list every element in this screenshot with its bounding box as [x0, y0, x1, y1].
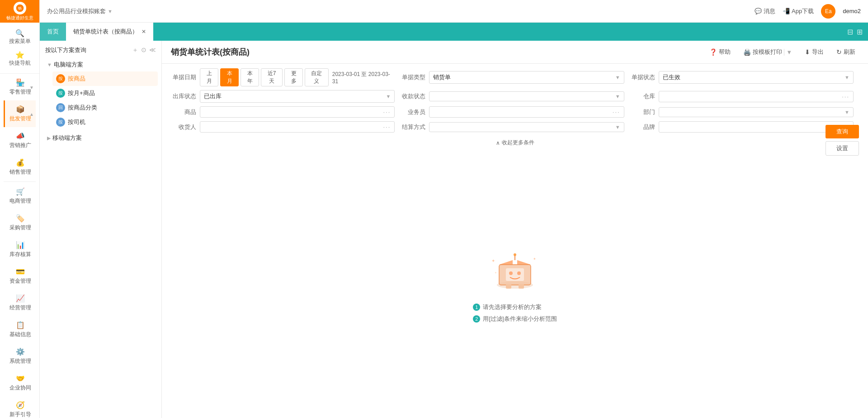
product-filter-label: 商品 [171, 108, 200, 116]
user-avatar[interactable]: Ea [821, 4, 835, 19]
tab-home[interactable]: 首页 [40, 23, 66, 41]
svg-text:✦: ✦ [491, 258, 495, 263]
outstatus-chevron-icon: ▼ [386, 94, 391, 99]
sidebar-item-cooperation[interactable]: 🤝 企业协同 [4, 370, 36, 396]
warehouse-select[interactable]: ··· [659, 91, 854, 102]
sidebar-item-guide[interactable]: 🧭 新手引导 [4, 396, 36, 418]
date-btn-last7[interactable]: 近7天 [261, 68, 283, 86]
message-icon: 💬 [755, 8, 762, 14]
tab-report[interactable]: 销货单统计表（按商品） ✕ [66, 23, 153, 41]
print-chevron-icon[interactable]: ▼ [784, 49, 792, 56]
date-btn-this-year[interactable]: 本年 [241, 68, 259, 86]
date-range-display: 2023-03-01 至 2023-03-31 [332, 71, 395, 85]
filter-cell-docstatus: 单据状态 已生效 ▼ [630, 68, 859, 86]
sidebar-item-ecommerce[interactable]: 🛒 电商管理 [4, 183, 36, 209]
doctype-chevron-icon: ▼ [615, 75, 620, 80]
scheme-by-category-label: 按商品分类 [68, 104, 97, 112]
filter-cell-product: 商品 ··· [171, 106, 400, 118]
workspace-selector[interactable]: 办公用品行业模拟账套 ▼ [47, 7, 113, 15]
department-select[interactable]: ▼ [659, 107, 854, 117]
warehouse-filter-label: 仓库 [630, 92, 659, 100]
sidebar-item-system[interactable]: ⚙️ 系统管理 [4, 343, 36, 370]
scheme-by-month-product[interactable]: 按 按月+商品 [52, 86, 158, 100]
query-actions: 查询 设置 [826, 125, 859, 156]
print-button[interactable]: 🖨️ 按模板打印 ▼ [740, 46, 796, 58]
tab-close-icon[interactable]: ✕ [142, 28, 146, 35]
payment-method-select[interactable]: ▼ [429, 122, 624, 132]
quick-nav-item[interactable]: ⭐ 快捷导航 [2, 48, 38, 70]
scheme-by-product[interactable]: 按 按商品 [52, 71, 158, 86]
svg-point-7 [517, 271, 521, 275]
app-download-button[interactable]: 📲 App下载 [783, 7, 814, 15]
sidebar-item-finance[interactable]: 💳 资金管理 [4, 263, 36, 290]
topbar: 办公用品行业模拟账套 ▼ 💬 消息 📲 App下载 Ea demo2 [40, 0, 868, 23]
help-button[interactable]: ❓ 帮助 [706, 46, 734, 58]
sidebar-item-basic[interactable]: 📋 基础信息 [4, 316, 36, 343]
date-btn-last-month[interactable]: 上月 [200, 68, 218, 86]
refresh-button[interactable]: ↻ 刷新 [833, 46, 859, 58]
sidebar-item-operation[interactable]: 📈 经营管理 [4, 290, 36, 316]
date-btn-more[interactable]: 更多 [284, 68, 303, 86]
sidebar-item-wholesale[interactable]: 📦 批发管理 ▲ [4, 100, 36, 127]
workspace-name: 办公用品行业模拟账套 [47, 7, 106, 15]
filter-row-1: 单据日期 上月 本月 本年 近7天 更多 自定义 20 [171, 68, 859, 86]
sidebar-item-inventory[interactable]: 📊 库存核算 [4, 236, 36, 263]
left-panel-title: 按以下方案查询 [45, 46, 86, 54]
recipient-select[interactable]: ··· [200, 121, 395, 133]
search-menu-item[interactable]: 🔍 搜索菜单 [2, 26, 38, 48]
tab-maximize-icon[interactable]: ⊞ [857, 28, 863, 36]
username-label[interactable]: demo2 [843, 8, 861, 14]
left-panel: 按以下方案查询 ＋ ⊙ ≪ ▼ 电脑端方案 按 按商品 [40, 41, 162, 418]
sidebar-item-retail[interactable]: 🏪 零售管理 ▼ [4, 74, 36, 100]
docstatus-select[interactable]: 已生效 ▼ [659, 71, 854, 84]
brand-filter-label: 品牌 [630, 123, 659, 131]
page-header-actions: ❓ 帮助 🖨️ 按模板打印 ▼ ⬇ 导出 ↻ 刷新 [706, 46, 859, 58]
add-scheme-icon[interactable]: ＋ [132, 46, 138, 54]
tree-collapse-icon: ▶ [47, 135, 51, 141]
main-area: 办公用品行业模拟账套 ▼ 💬 消息 📲 App下载 Ea demo2 首页 销货… [40, 0, 868, 418]
scheme-by-category[interactable]: 回 按商品分类 [52, 100, 158, 115]
desktop-scheme-parent[interactable]: ▼ 电脑端方案 [43, 58, 158, 71]
filter-cell-warehouse: 仓库 ··· [630, 90, 859, 103]
edit-scheme-icon[interactable]: ⊙ [141, 46, 146, 54]
export-button[interactable]: ⬇ 导出 [801, 46, 827, 58]
date-filter-control: 上月 本月 本年 近7天 更多 自定义 2023-03-01 至 2023-03… [200, 68, 395, 86]
product-select[interactable]: ··· [200, 106, 395, 118]
date-btn-custom[interactable]: 自定义 [305, 68, 329, 86]
sidebar-item-sales[interactable]: 💰 销售管理 [4, 154, 36, 180]
empty-tip-2: 2 用[过滤]条件来缩小分析范围 [473, 315, 557, 323]
tip-text-1: 请先选择要分析的方案 [483, 303, 542, 311]
date-shortcut-buttons: 上月 本月 本年 近7天 更多 自定义 [200, 68, 329, 86]
collapse-filter-button[interactable]: ∧ 收起更多条件 [171, 136, 859, 149]
messages-button[interactable]: 💬 消息 [755, 7, 775, 15]
workspace-chevron-icon: ▼ [108, 9, 113, 14]
filter-cell-date: 单据日期 上月 本月 本年 近7天 更多 自定义 20 [171, 68, 400, 86]
sidebar-nav: 🏪 零售管理 ▼ 📦 批发管理 ▲ 📣 营销推广 💰 销售管理 🛒 电商管理 🏷… [0, 74, 39, 418]
salesperson-select[interactable]: ··· [429, 106, 624, 118]
outstatus-select[interactable]: 已出库 ▼ [200, 90, 395, 103]
filter-cell-payment-status: 收款状态 ▼ [400, 90, 629, 103]
doctype-select[interactable]: 销货单 ▼ [429, 71, 624, 84]
doctype-value: 销货单 [433, 73, 451, 81]
mobile-scheme-parent[interactable]: ▶ 移动端方案 [43, 131, 158, 145]
filter-cell-payment-method: 结算方式 ▼ [400, 121, 629, 133]
department-filter-label: 部门 [630, 108, 659, 116]
payment-method-chevron-icon: ▼ [615, 124, 620, 130]
docstatus-filter-label: 单据状态 [630, 73, 659, 81]
payment-status-select[interactable]: ▼ [429, 91, 624, 101]
collapse-up-icon: ∧ [496, 140, 500, 146]
svg-text:✦: ✦ [533, 257, 536, 261]
date-btn-this-month[interactable]: 本月 [220, 68, 239, 86]
sidebar-item-marketing[interactable]: 📣 营销推广 [4, 127, 36, 154]
brand-select[interactable]: ··· [659, 121, 854, 133]
sidebar-item-purchase[interactable]: 🏷️ 采购管理 [4, 209, 36, 236]
date-filter-label: 单据日期 [171, 73, 200, 81]
filter-inner: 单据日期 上月 本月 本年 近7天 更多 自定义 20 [162, 64, 868, 154]
collapse-panel-icon[interactable]: ≪ [149, 46, 156, 54]
scheme-by-driver[interactable]: 按 按司机 [52, 115, 158, 129]
settings-button[interactable]: 设置 [826, 141, 859, 156]
scheme-icon-category: 回 [56, 103, 65, 112]
page-header: 销货单统计表(按商品) ❓ 帮助 🖨️ 按模板打印 ▼ ⬇ 导出 [162, 41, 868, 64]
query-button[interactable]: 查询 [826, 125, 859, 138]
tab-minimize-icon[interactable]: ⊟ [847, 28, 853, 36]
